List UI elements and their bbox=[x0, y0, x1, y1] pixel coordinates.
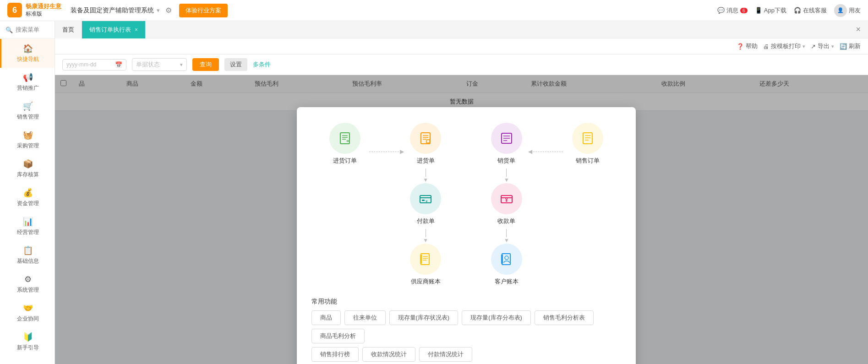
svg-rect-4 bbox=[421, 133, 430, 144]
common-btn-stock-dist[interactable]: 现存量(库存分布表) bbox=[462, 310, 531, 325]
app-download-label: App下载 bbox=[764, 6, 786, 15]
modal-overlay[interactable]: 进货订单 ▶ bbox=[55, 75, 868, 364]
common-btns-row2: 销售排行榜 收款情况统计 付款情况统计 bbox=[311, 347, 621, 362]
sidebar-item-label-sales: 销售管理 bbox=[17, 113, 39, 121]
calendar-icon[interactable]: 📅 bbox=[115, 61, 122, 68]
sidebar-item-system[interactable]: ⚙ 系统管理 bbox=[0, 270, 55, 299]
flow-receipt[interactable]: ¥ 收款单 bbox=[482, 183, 531, 225]
sidebar-search[interactable]: 🔍 搜索菜单 bbox=[0, 21, 55, 39]
flow-label-purchase-bill: 进货单 bbox=[417, 157, 435, 165]
sidebar-item-quick[interactable]: 🏠 快捷导航 bbox=[0, 39, 55, 68]
help-btn[interactable]: ❓ 帮助 bbox=[737, 42, 758, 50]
sidebar-item-finance[interactable]: 💰 资金管理 bbox=[0, 183, 55, 212]
sidebar: 🔍 搜索菜单 🏠 快捷导航 📢 营销推广 🛒 销售管理 🧺 采购管理 📦 bbox=[0, 21, 55, 364]
message-badge: 6 bbox=[740, 8, 748, 13]
operations-icon: 📊 bbox=[23, 217, 33, 227]
modal-content: 进货订单 ▶ bbox=[297, 107, 636, 364]
common-btn-sales-rank[interactable]: 销售排行榜 bbox=[311, 347, 359, 362]
sidebar-item-inventory[interactable]: 📦 库存核算 bbox=[0, 154, 55, 183]
search-button[interactable]: 查询 bbox=[192, 58, 219, 71]
flow-circle-customer-ledger bbox=[491, 244, 522, 275]
flow-circle-receipt: ¥ bbox=[491, 183, 522, 214]
flow-purchase-bill[interactable]: 进货单 bbox=[401, 123, 450, 165]
purchase-icon: 🧺 bbox=[23, 130, 33, 140]
inventory-icon: 📦 bbox=[23, 159, 33, 169]
sidebar-item-label-marketing: 营销推广 bbox=[17, 84, 39, 92]
user-area[interactable]: 👤 用友 bbox=[834, 4, 861, 17]
sidebar-item-operations[interactable]: 📊 经营管理 bbox=[0, 212, 55, 241]
flow-label-sales-order: 销售订单 bbox=[576, 157, 600, 165]
flow-label-supplier-ledger: 供应商账本 bbox=[411, 277, 441, 286]
sidebar-item-marketing[interactable]: 📢 营销推广 bbox=[0, 68, 55, 97]
select-dropdown-icon: ▾ bbox=[180, 62, 183, 68]
svg-rect-28 bbox=[502, 254, 510, 265]
date-input[interactable]: yyyy-mm-dd 📅 bbox=[62, 59, 126, 71]
flow-customer-ledger[interactable]: 客户账本 bbox=[482, 244, 531, 286]
export-btn[interactable]: ↗ 导出 ▾ bbox=[811, 42, 834, 50]
tab-home-label: 首页 bbox=[62, 26, 74, 34]
message-btn[interactable]: 💬 消息 6 bbox=[717, 6, 748, 15]
common-btn-receipt-stat[interactable]: 收款情况统计 bbox=[362, 347, 415, 362]
headset-icon: 🎧 bbox=[794, 7, 801, 14]
common-btns-row1: 商品 往来单位 现存量(库存状况表) 现存量(库存分布表) 销售毛利分析表 商品… bbox=[311, 310, 621, 343]
collab-icon: 🤝 bbox=[23, 303, 33, 313]
message-label: 消息 bbox=[726, 6, 738, 15]
date-placeholder: yyyy-mm-dd bbox=[66, 61, 96, 68]
flow-arrows-down-row: ▼ ▼ bbox=[321, 168, 612, 183]
sidebar-item-guide[interactable]: 🔰 新手引导 bbox=[0, 327, 55, 356]
svg-rect-24 bbox=[420, 255, 422, 264]
filter-row: yyyy-mm-dd 📅 单据状态 ▾ 查询 设置 多条件 bbox=[55, 54, 868, 75]
more-conditions-btn[interactable]: 多条件 bbox=[253, 60, 271, 69]
flow-sales-order[interactable]: 销售订单 bbox=[563, 123, 612, 165]
content-main: 品 商品 金额 预估毛利 预估毛利率 订金 累计收款金额 收款比例 还差多少天 bbox=[55, 75, 868, 364]
common-btn-sales-margin[interactable]: 销售毛利分析表 bbox=[535, 310, 594, 325]
refresh-btn[interactable]: 🔄 刷新 bbox=[840, 42, 861, 50]
common-btn-payment-stat[interactable]: 付款情况统计 bbox=[419, 347, 472, 362]
common-btn-goods-margin[interactable]: 商品毛利分析 bbox=[311, 329, 365, 343]
order-status-label: 单据状态 bbox=[136, 60, 160, 69]
template-print-label: 按模板打印 bbox=[771, 42, 801, 50]
svg-rect-29 bbox=[501, 255, 503, 264]
sidebar-item-basic[interactable]: 📋 基础信息 bbox=[0, 241, 55, 270]
setting-button[interactable]: 设置 bbox=[224, 58, 247, 71]
experience-btn[interactable]: 体验行业方案 bbox=[179, 4, 228, 17]
flow-payment[interactable]: ¥ 付款单 bbox=[401, 183, 450, 225]
flow-supplier-ledger[interactable]: 供应商账本 bbox=[401, 244, 450, 286]
template-print-btn[interactable]: 🖨 按模板打印 ▾ bbox=[763, 42, 805, 50]
dropdown-arrow-icon[interactable]: ▾ bbox=[157, 7, 160, 14]
order-status-select[interactable]: 单据状态 ▾ bbox=[132, 58, 187, 71]
arrow-pb-down: ▼ bbox=[401, 168, 450, 183]
flow-purchase-order[interactable]: 进货订单 bbox=[321, 123, 369, 165]
tab-sales-order[interactable]: 销售订单执行表 × bbox=[82, 21, 146, 38]
logo-icon: 6 bbox=[7, 3, 22, 17]
sidebar-item-collab[interactable]: 🤝 企业协同 bbox=[0, 299, 55, 327]
settings-icon[interactable]: ⚙ bbox=[165, 6, 172, 15]
sidebar-item-sales[interactable]: 🛒 销售管理 bbox=[0, 97, 55, 125]
system-name: 装备及固定资产辅助管理系统 bbox=[71, 6, 154, 15]
top-bar-right: 💬 消息 6 📱 App下载 🎧 在线客服 👤 用友 bbox=[717, 4, 861, 17]
help-label: 帮助 bbox=[746, 42, 758, 50]
tab-close-icon[interactable]: × bbox=[135, 27, 138, 33]
quick-nav-modal: 进货订单 ▶ bbox=[297, 107, 636, 364]
common-btn-contacts[interactable]: 往来单位 bbox=[344, 310, 386, 325]
flow-label-payment: 付款单 bbox=[417, 217, 435, 225]
common-functions-section: 常用功能 商品 往来单位 现存量(库存状况表) 现存量(库存分布表) 销售毛利分… bbox=[311, 298, 621, 362]
flow-sales-bill[interactable]: 销货单 bbox=[482, 123, 531, 165]
sidebar-item-label-collab: 企业协同 bbox=[17, 315, 39, 323]
flow-diagram: 进货订单 ▶ bbox=[311, 118, 621, 294]
logo-line1: 畅康通好生意 bbox=[26, 3, 61, 11]
app-download-btn[interactable]: 📱 App下载 bbox=[755, 6, 786, 15]
close-all-tabs-icon[interactable]: × bbox=[856, 25, 861, 34]
svg-text:¥: ¥ bbox=[425, 199, 428, 203]
sidebar-item-purchase[interactable]: 🧺 采购管理 bbox=[0, 125, 55, 154]
online-service-btn[interactable]: 🎧 在线客服 bbox=[794, 6, 827, 15]
common-btn-stock-status[interactable]: 现存量(库存状况表) bbox=[389, 310, 459, 325]
tab-home[interactable]: 首页 bbox=[55, 21, 82, 38]
common-btn-goods[interactable]: 商品 bbox=[311, 310, 341, 325]
logo-line2: 标准版 bbox=[26, 11, 61, 18]
sidebar-item-label-operations: 经营管理 bbox=[17, 228, 39, 236]
flow-circle-sales-bill bbox=[491, 123, 522, 154]
guide-icon: 🔰 bbox=[23, 332, 33, 342]
sidebar-item-label-guide: 新手引导 bbox=[17, 344, 39, 352]
common-functions-title: 常用功能 bbox=[311, 298, 621, 306]
